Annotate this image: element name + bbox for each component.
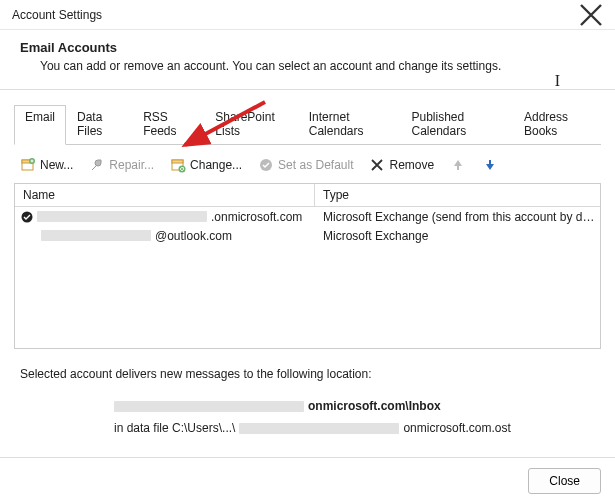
remove-label: Remove [389,158,434,172]
tabs: Email Data Files RSS Feeds SharePoint Li… [14,104,601,145]
toolbar: New... Repair... Change... Set as Defaul… [14,151,601,183]
svg-point-5 [179,166,186,173]
tab-rss-feeds[interactable]: RSS Feeds [132,105,204,145]
svg-point-7 [22,211,33,222]
account-type: Microsoft Exchange [315,229,600,243]
delivery-label: Selected account delivers new messages t… [14,349,601,385]
table-row[interactable]: .onmicrosoft.com Microsoft Exchange (sen… [15,207,600,226]
repair-button: Repair... [85,155,158,175]
tab-data-files[interactable]: Data Files [66,105,132,145]
set-default-label: Set as Default [278,158,353,172]
new-button[interactable]: New... [16,155,77,175]
redacted-text [114,401,304,412]
change-icon [170,157,186,173]
footer: Close [0,457,615,503]
repair-icon [89,157,105,173]
new-icon [20,157,36,173]
close-button[interactable]: Close [528,468,601,494]
titlebar: Account Settings [0,0,615,30]
repair-label: Repair... [109,158,154,172]
set-default-button: Set as Default [254,155,357,175]
arrow-down-icon [482,157,498,173]
remove-button[interactable]: Remove [365,155,438,175]
new-label: New... [40,158,73,172]
move-up-button [446,155,470,175]
check-circle-icon [258,157,274,173]
change-button[interactable]: Change... [166,155,246,175]
header-subtitle: You can add or remove an account. You ca… [40,59,595,73]
header-title: Email Accounts [20,40,595,55]
redacted-text [239,423,399,434]
table-header: Name Type [15,184,600,207]
delivery-file-prefix: in data file C:\Users\...\ [114,417,235,439]
table-row[interactable]: @outlook.com Microsoft Exchange [15,226,600,245]
close-icon[interactable] [575,0,607,30]
default-account-icon [21,211,33,223]
redacted-text [41,230,151,241]
column-type[interactable]: Type [315,184,600,206]
delivery-location: onmicrosoft.com\Inbox in data file C:\Us… [14,385,601,449]
account-name-suffix: .onmicrosoft.com [211,210,302,224]
change-label: Change... [190,158,242,172]
tab-internet-calendars[interactable]: Internet Calendars [298,105,401,145]
account-type: Microsoft Exchange (send from this accou… [315,210,600,224]
column-name[interactable]: Name [15,184,315,206]
account-name-suffix: @outlook.com [155,229,232,243]
tab-address-books[interactable]: Address Books [513,105,601,145]
text-cursor: I [555,72,560,90]
delivery-folder: onmicrosoft.com\Inbox [308,395,441,417]
window-title: Account Settings [12,8,102,22]
tab-sharepoint-lists[interactable]: SharePoint Lists [204,105,297,145]
remove-icon [369,157,385,173]
tab-email[interactable]: Email [14,105,66,145]
accounts-table: Name Type .onmicrosoft.com Microsoft Exc… [14,183,601,349]
delivery-file-suffix: onmicrosoft.com.ost [403,417,510,439]
svg-rect-4 [172,160,183,163]
move-down-button[interactable] [478,155,502,175]
tab-published-calendars[interactable]: Published Calendars [400,105,513,145]
header: Email Accounts You can add or remove an … [0,30,615,90]
redacted-text [37,211,207,222]
arrow-up-icon [450,157,466,173]
